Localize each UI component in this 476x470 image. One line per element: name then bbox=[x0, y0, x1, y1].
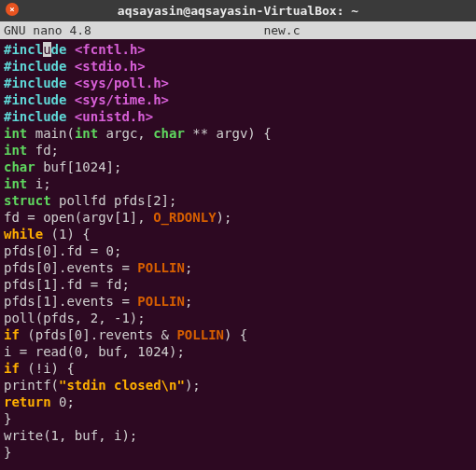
editor-filename: new.c bbox=[91, 23, 472, 37]
code-line: struct pollfd pfds[2]; bbox=[4, 192, 472, 209]
code-line: fd = open(argv[1], O_RDONLY); bbox=[4, 209, 472, 226]
code-token: i; bbox=[27, 176, 50, 191]
code-token: pfds[1].events = bbox=[4, 294, 137, 309]
code-line: } bbox=[4, 410, 472, 427]
code-line: pfds[1].fd = fd; bbox=[4, 276, 472, 293]
code-line: write(1, buf, i); bbox=[4, 427, 472, 444]
code-line: } bbox=[4, 444, 472, 461]
code-token: POLLIN bbox=[176, 327, 224, 342]
window-titlebar: × aqsayasin@aqsayasin-VirtualBox: ~ bbox=[0, 0, 476, 21]
code-token: main( bbox=[27, 126, 75, 141]
code-token: char bbox=[153, 126, 185, 141]
code-token: poll(pfds, 2, -1); bbox=[4, 311, 146, 325]
code-line: #include <sys/poll.h> bbox=[4, 75, 472, 91]
editor-statusbar: GNU nano 4.8 new.c bbox=[0, 21, 476, 39]
code-token: POLLIN bbox=[137, 294, 185, 309]
code-token: fd = open(argv[1], bbox=[4, 210, 153, 225]
code-line: int main(int argc, char ** argv) { bbox=[4, 125, 472, 142]
code-token: if bbox=[4, 361, 20, 376]
code-token: ; bbox=[185, 260, 192, 275]
code-token: <sys/time.h> bbox=[75, 92, 169, 107]
code-token: #include bbox=[4, 59, 75, 74]
close-icon[interactable]: × bbox=[6, 3, 19, 16]
code-token: char bbox=[4, 159, 35, 174]
code-line: if (pfds[0].revents & POLLIN) { bbox=[4, 326, 472, 343]
code-line: if (!i) { bbox=[4, 360, 472, 377]
code-token: u bbox=[43, 42, 50, 57]
code-token: pfds[0].fd = 0; bbox=[4, 243, 121, 258]
code-token: return bbox=[4, 394, 51, 409]
code-token: i = read(0, buf, 1024); bbox=[4, 344, 185, 359]
editor-app-name: GNU nano 4.8 bbox=[4, 23, 91, 37]
code-token: } bbox=[4, 445, 11, 460]
code-line: printf("stdin closed\n"); bbox=[4, 377, 472, 394]
code-token: (1) { bbox=[43, 227, 91, 242]
code-token: <sys/poll.h> bbox=[75, 76, 169, 90]
code-token: ) { bbox=[224, 327, 247, 342]
code-line: #include <unistd.h> bbox=[4, 108, 472, 125]
code-token: ; bbox=[185, 294, 192, 309]
code-token: int bbox=[4, 143, 27, 158]
code-token: "stdin closed\n" bbox=[59, 378, 185, 393]
code-token: <unistd.h> bbox=[75, 109, 153, 124]
code-token: buf[1024]; bbox=[35, 159, 122, 174]
code-token: struct bbox=[4, 193, 51, 208]
code-token: 0; bbox=[51, 394, 75, 409]
code-token: de bbox=[51, 42, 75, 57]
code-token: printf( bbox=[4, 378, 59, 393]
editor-content[interactable]: #include <fcntl.h>#include <stdio.h>#inc… bbox=[0, 39, 476, 463]
code-token: #include bbox=[4, 92, 75, 107]
code-token: #include bbox=[4, 109, 75, 124]
code-line: return 0; bbox=[4, 394, 472, 410]
code-token: if bbox=[4, 327, 20, 342]
code-token: pfds[1].fd = fd; bbox=[4, 277, 130, 292]
code-token: ); bbox=[185, 378, 201, 393]
code-line: pfds[1].events = POLLIN; bbox=[4, 293, 472, 310]
code-line: while (1) { bbox=[4, 226, 472, 242]
code-token: (!i) { bbox=[20, 361, 75, 376]
code-token: ); bbox=[217, 210, 232, 225]
code-line: poll(pfds, 2, -1); bbox=[4, 310, 472, 326]
window-title: aqsayasin@aqsayasin-VirtualBox: ~ bbox=[118, 4, 358, 18]
code-line: pfds[0].events = POLLIN; bbox=[4, 259, 472, 276]
code-line: char buf[1024]; bbox=[4, 159, 472, 175]
code-token: #incl bbox=[4, 42, 43, 57]
code-token: (pfds[0].revents & bbox=[20, 327, 177, 342]
code-token: argc, bbox=[98, 126, 153, 141]
code-token: int bbox=[75, 126, 98, 141]
code-line: int fd; bbox=[4, 142, 472, 159]
code-token: O_RDONLY bbox=[153, 210, 216, 225]
code-token: ** argv) { bbox=[185, 126, 272, 141]
code-token: write(1, buf, i); bbox=[4, 428, 137, 443]
code-token: while bbox=[4, 227, 43, 242]
code-line: i = read(0, buf, 1024); bbox=[4, 343, 472, 360]
code-line: #include <sys/time.h> bbox=[4, 91, 472, 108]
code-token: int bbox=[4, 126, 27, 141]
code-line: pfds[0].fd = 0; bbox=[4, 242, 472, 259]
code-token: #include bbox=[4, 76, 75, 90]
code-token: pfds[0].events = bbox=[4, 260, 137, 275]
code-token: <stdio.h> bbox=[75, 59, 146, 74]
code-line: #include <fcntl.h> bbox=[4, 41, 472, 58]
code-token: pollfd pfds[2]; bbox=[51, 193, 177, 208]
code-token: int bbox=[4, 176, 27, 191]
code-token: fd; bbox=[27, 143, 59, 158]
code-token: <fcntl.h> bbox=[75, 42, 146, 57]
code-line: int i; bbox=[4, 175, 472, 192]
code-token: POLLIN bbox=[137, 260, 185, 275]
code-line: #include <stdio.h> bbox=[4, 58, 472, 75]
code-token: } bbox=[4, 411, 11, 426]
